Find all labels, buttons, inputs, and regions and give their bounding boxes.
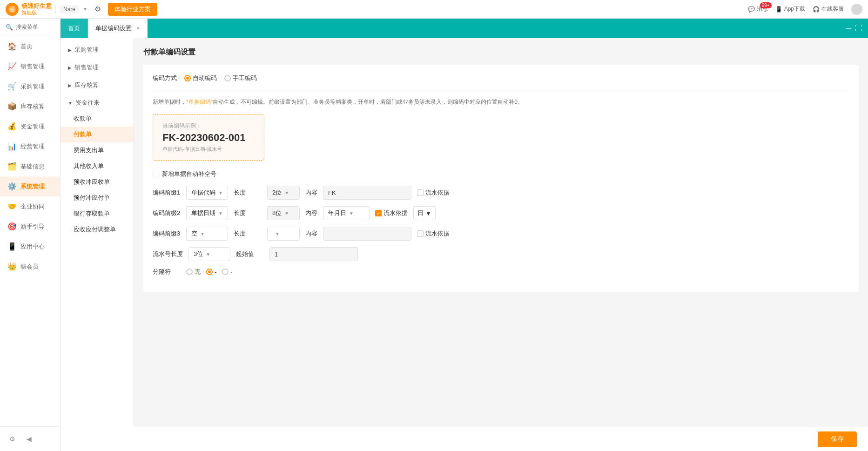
tab-close-icon[interactable]: ×: [136, 25, 140, 32]
content2-arrow: ▼: [349, 211, 354, 216]
logo-text: 畅通好生意 旗舰版: [21, 2, 52, 16]
length1-label: 长度: [234, 188, 262, 197]
member-icon: 👑: [7, 262, 17, 271]
submenu-item-receipt[interactable]: 收款单: [61, 111, 134, 127]
auto-fill-checkbox[interactable]: [153, 171, 159, 177]
serial-length-select[interactable]: 3位 ▼: [188, 247, 230, 261]
submenu-item-other-income[interactable]: 其他收入单: [61, 158, 134, 174]
prefix3-arrow: ▼: [200, 231, 205, 236]
prefix1-select[interactable]: 单据代码 ▼: [186, 186, 228, 200]
user-avatar[interactable]: [851, 4, 862, 15]
online-service-button[interactable]: 🎧 在线客服: [813, 5, 844, 13]
app-download-button[interactable]: 📱 App下载: [775, 5, 805, 13]
tab-minimize-icon[interactable]: ─: [846, 24, 851, 33]
separator-dot-dot: [222, 269, 229, 275]
sidebar-item-member[interactable]: 👑 畅会员: [0, 256, 60, 276]
submenu-header-purchase[interactable]: ▶ 采购管理: [61, 42, 134, 58]
length3-select[interactable]: ▼: [267, 227, 300, 241]
sidebar-item-apps[interactable]: 📱 应用中心: [0, 236, 60, 256]
settings-bottom-icon[interactable]: ⚙: [6, 432, 19, 445]
sidebar-item-finance[interactable]: 💰 资金管理: [0, 116, 60, 136]
stream2-checkbox[interactable]: ✓: [375, 210, 382, 216]
tab-home[interactable]: 首页: [61, 19, 88, 38]
auto-encode-radio[interactable]: 自动编码: [184, 74, 217, 82]
auto-fill-row: 新增单据自动补空号: [153, 170, 849, 178]
separator-none-radio[interactable]: 无: [186, 268, 201, 276]
submenu-header-sales[interactable]: ▶ 销售管理: [61, 60, 134, 75]
encoding-mode-label: 编码方式: [153, 74, 177, 82]
content2-label: 内容: [305, 209, 317, 217]
submenu-item-advance-receipt[interactable]: 预收冲应收单: [61, 174, 134, 190]
prefix2-row: 编码前缀2 单据日期 ▼ 长度 8位 ▼ 内容 年月日: [153, 206, 849, 220]
chevron-right-icon3: ▶: [68, 83, 72, 88]
tab-maximize-icon[interactable]: ⛶: [855, 24, 862, 33]
submenu-item-adjust[interactable]: 应收应付调整单: [61, 222, 134, 237]
tab-bar: 首页 单据编码设置 × ─ ⛶: [61, 19, 868, 38]
content-wrapper: 首页 单据编码设置 × ─ ⛶ ▶ 采购管理: [61, 19, 868, 451]
search-icon: 🔍: [6, 24, 13, 31]
sidebar-item-operation[interactable]: 📊 经营管理: [0, 136, 60, 156]
settings-icon[interactable]: ⚙: [91, 3, 104, 16]
example-code: FK-20230602-001: [162, 132, 255, 144]
content3-input[interactable]: [323, 227, 411, 241]
submenu-item-advance-payment[interactable]: 预付冲应付单: [61, 190, 134, 206]
serial-row: 流水号长度 3位 ▼ 起始值: [153, 247, 849, 261]
length2-select[interactable]: 8位 ▼: [267, 206, 300, 220]
stream2-unit-select[interactable]: 日 ▼: [413, 206, 436, 220]
separator-dash-radio[interactable]: -: [206, 269, 216, 276]
trial-button[interactable]: 体验行业方案: [108, 3, 157, 16]
sidebar-item-enterprise[interactable]: 🤝 企业协同: [0, 196, 60, 216]
length1-select[interactable]: 2位 ▼: [267, 186, 300, 200]
content1-input[interactable]: [323, 186, 411, 200]
submenu-header-finance[interactable]: ▼ 资金往来: [61, 95, 134, 111]
sidebar-search[interactable]: 🔍 搜索菜单: [0, 19, 60, 36]
submenu-header-inventory[interactable]: ▶ 库存核算: [61, 77, 134, 93]
start-value-label: 起始值: [236, 250, 264, 258]
top-bar-divider: [55, 5, 56, 14]
home-icon: 🏠: [7, 42, 17, 51]
prefix2-label: 编码前缀2: [153, 209, 181, 217]
content2-select[interactable]: 年月日 ▼: [323, 206, 370, 220]
content-area: 付款单编码设置 编码方式 自动编码 手工编码: [134, 38, 868, 451]
top-bar: 畅 畅通好生意 旗舰版 Nare ▼ ⚙ 体验行业方案 💬 消息 99+ 📱 A…: [0, 0, 868, 19]
sidebar-item-home[interactable]: 🏠 首页: [0, 36, 60, 56]
submenu-item-bank[interactable]: 银行存取款单: [61, 206, 134, 222]
purchase-icon: 🛒: [7, 82, 17, 91]
footer-bar: 保存: [61, 427, 868, 451]
chevron-down-icon[interactable]: ▼: [83, 7, 87, 12]
settings-card: 编码方式 自动编码 手工编码: [143, 65, 859, 292]
prefix3-label: 编码前缀3: [153, 229, 181, 238]
sidebar-item-basic[interactable]: 🗂️ 基础信息: [0, 156, 60, 176]
start-value-input[interactable]: [269, 247, 358, 261]
submenu-item-expense[interactable]: 费用支出单: [61, 142, 134, 158]
stream3-checkbox[interactable]: [417, 230, 424, 237]
sidebar-item-inventory[interactable]: 📦 库存核算: [0, 96, 60, 116]
separator-options: 无 - ·: [186, 268, 232, 276]
separator-dash-dot: [206, 269, 213, 275]
save-button[interactable]: 保存: [818, 431, 857, 447]
sidebar-nav: 🏠 首页 📈 销售管理 🛒 采购管理 📦 库存核算 💰 资金管理 📊 经: [0, 36, 60, 426]
stream1-checkbox[interactable]: [417, 189, 424, 196]
sidebar-item-guide[interactable]: 🎯 新手引导: [0, 216, 60, 236]
sidebar-item-purchase[interactable]: 🛒 采购管理: [0, 76, 60, 96]
day-arrow: ▼: [425, 210, 431, 217]
collapse-icon[interactable]: ◀: [22, 432, 35, 445]
prefix2-select[interactable]: 单据日期 ▼: [186, 206, 228, 220]
tab-encode-settings[interactable]: 单据编码设置 ×: [88, 19, 148, 38]
separator-dot-radio[interactable]: ·: [222, 269, 232, 276]
app-logo: 畅 畅通好生意 旗舰版: [6, 2, 52, 16]
finance-icon: 💰: [7, 122, 17, 131]
enterprise-icon: 🤝: [7, 202, 17, 211]
message-badge: 99+: [760, 2, 772, 8]
sidebar-item-system[interactable]: ⚙️ 系统管理: [0, 176, 60, 196]
chevron-right-icon: ▶: [68, 47, 72, 53]
submenu-item-payment[interactable]: 付款单: [61, 127, 134, 142]
manual-encode-radio[interactable]: 手工编码: [224, 74, 257, 82]
sidebar-item-sales[interactable]: 📈 销售管理: [0, 56, 60, 76]
company-name[interactable]: Nare: [60, 5, 79, 13]
prefix2-arrow: ▼: [218, 211, 223, 216]
message-button[interactable]: 💬 消息 99+: [748, 5, 768, 13]
length2-arrow: ▼: [284, 211, 289, 216]
stream1-label: 流水依据: [425, 188, 450, 197]
prefix3-select[interactable]: 空 ▼: [186, 227, 228, 241]
